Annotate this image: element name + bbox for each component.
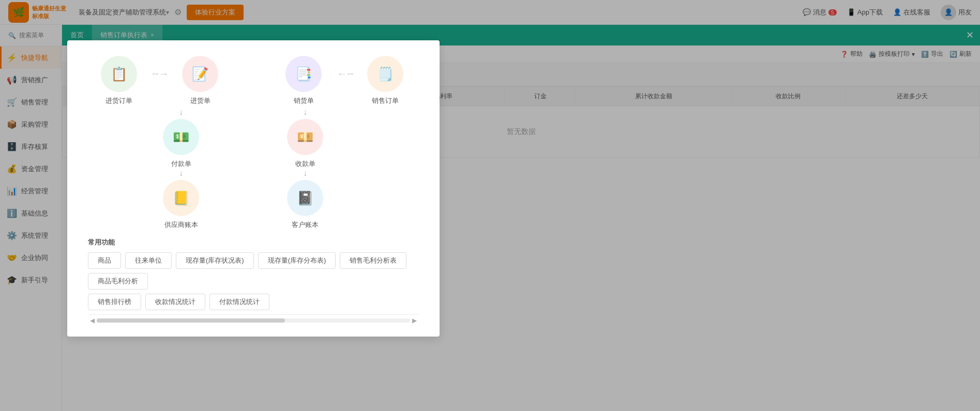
flow-item-sale: 📑 销货单: [273, 56, 335, 105]
supplier-ledger-icon: 📒: [163, 180, 199, 216]
common-btn-sales-ranking[interactable]: 销售排行榜: [88, 294, 141, 310]
payment-out-label: 付款单: [171, 159, 191, 169]
flow-item-sale-order: 🗒️ 销售订单: [354, 56, 416, 105]
sale-order-icon: 🗒️: [367, 56, 403, 92]
sale-icon: 📑: [285, 56, 322, 92]
common-btn-stock-status[interactable]: 现存量(库存状况表): [176, 252, 254, 269]
purchase-order-label: 进货订单: [105, 96, 132, 105]
horizontal-scrollbar: ◀ ▶: [88, 314, 419, 326]
purchase-order-icon: 📋: [101, 56, 137, 92]
common-btn-stock-dist[interactable]: 现存量(库存分布表): [258, 252, 336, 269]
flow-item-payment-in: 💴 收款单: [274, 119, 336, 169]
scroll-thumb: [97, 318, 285, 323]
customer-ledger-label: 客户账本: [292, 220, 319, 230]
flow-item-supplier-ledger: 📒 供应商账本: [150, 180, 212, 230]
common-functions-section: 常用功能 商品 往来单位 现存量(库存状况表) 现存量(库存分布表) 销售毛利分…: [88, 238, 419, 310]
purchase-label: 进货单: [190, 96, 210, 105]
scroll-right-icon[interactable]: ▶: [410, 317, 419, 324]
common-btn-product-margin[interactable]: 商品毛利分析: [88, 273, 148, 290]
payment-out-icon: 💵: [163, 119, 199, 155]
arrow-sale-order-to-sale: ← - -: [335, 68, 354, 94]
flow-item-purchase-order: 📋 进货订单: [88, 56, 150, 105]
sale-label: 销货单: [294, 96, 314, 105]
sale-order-label: 销售订单: [372, 96, 399, 105]
purchase-icon: 📝: [182, 56, 218, 92]
common-btn-receipt-stats[interactable]: 收款情况统计: [145, 294, 205, 310]
supplier-ledger-label: 供应商账本: [164, 220, 198, 230]
common-functions-title: 常用功能: [88, 238, 419, 247]
common-buttons-row1: 商品 往来单位 现存量(库存状况表) 现存量(库存分布表) 销售毛利分析表 商品…: [88, 252, 419, 290]
flow-item-payment-out: 💵 付款单: [150, 119, 212, 169]
common-btn-contacts[interactable]: 往来单位: [125, 252, 172, 269]
common-btn-payment-stats[interactable]: 付款情况统计: [209, 294, 269, 310]
common-btn-product[interactable]: 商品: [88, 252, 121, 269]
flow-item-purchase: 📝 进货单: [169, 56, 231, 105]
common-btn-sales-margin[interactable]: 销售毛利分析表: [340, 252, 406, 269]
scroll-track[interactable]: [97, 318, 410, 323]
common-buttons-row2: 销售排行榜 收款情况统计 付款情况统计: [88, 294, 419, 310]
flow-item-customer-ledger: 📓 客户账本: [274, 180, 336, 230]
payment-in-icon: 💴: [287, 119, 323, 155]
payment-in-label: 收款单: [295, 159, 315, 169]
customer-ledger-icon: 📓: [287, 180, 323, 216]
scroll-left-icon[interactable]: ◀: [88, 317, 97, 324]
flow-modal: 📋 进货订单 - - → 📝 进货单 📑 销货单 ← - - 🗒️ 销售订单: [67, 40, 440, 337]
arrow-purchase-order-to-purchase: - - →: [150, 68, 169, 94]
